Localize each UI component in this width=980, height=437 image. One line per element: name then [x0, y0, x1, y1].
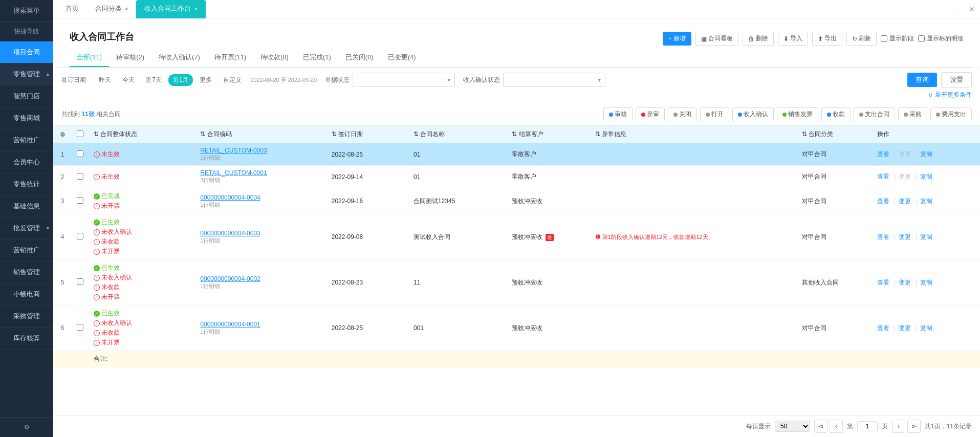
view-link-4[interactable]: 查看	[877, 233, 889, 241]
sidebar-item-marketing[interactable]: 营销推广	[0, 129, 53, 151]
row-check-5[interactable]	[72, 260, 89, 305]
show-detail-check[interactable]: 显示标的明细	[918, 34, 964, 43]
export-button[interactable]: ⬆ 导出	[812, 32, 842, 46]
date-btn-today[interactable]: 今天	[118, 74, 139, 86]
date-btn-custom[interactable]: 自定义	[219, 74, 246, 86]
tab-income-workbench[interactable]: 收入合同工作台 ×	[136, 0, 205, 18]
sidebar-item-member[interactable]: 会员中心	[0, 151, 53, 173]
contract-link-6[interactable]: 0000000000004-0001	[200, 321, 260, 328]
contract-link-3[interactable]: 0000000000004-0004	[200, 194, 260, 201]
contract-link-5[interactable]: 0000000000004-0002	[200, 275, 260, 282]
change-link-6[interactable]: 变更	[899, 324, 911, 332]
minimize-button[interactable]: —	[955, 5, 964, 13]
print-button[interactable]: 打开	[700, 107, 729, 121]
row-checkbox-1[interactable]	[77, 150, 83, 157]
row-check-1[interactable]	[72, 143, 89, 166]
show-stage-check[interactable]: 显示阶段	[881, 34, 914, 43]
change-link-4[interactable]: 变更	[899, 233, 911, 241]
copy-link-4[interactable]: 复制	[920, 233, 932, 241]
sidebar-item-retail-stats[interactable]: 零售统计	[0, 173, 53, 195]
sidebar-search[interactable]: 搜索菜单	[0, 0, 53, 22]
th-checkbox[interactable]	[72, 126, 89, 143]
subtab-pending-invoice[interactable]: 待开票(11)	[207, 49, 253, 67]
view-link-5[interactable]: 查看	[877, 279, 889, 286]
close-button[interactable]: 关闭	[668, 107, 697, 121]
row-check-3[interactable]	[72, 188, 89, 214]
sidebar-item-marketing2[interactable]: 营销推广	[0, 239, 53, 261]
view-link-1[interactable]: 查看	[877, 150, 889, 158]
change-link-3[interactable]: 变更	[899, 198, 911, 205]
tab-contract-category[interactable]: 合同分类 ×	[87, 0, 136, 18]
expand-more-btn[interactable]: ∨ 展开更多条件	[928, 91, 972, 99]
last-page-btn[interactable]: ⊳	[907, 420, 921, 433]
tab-close-contract-category[interactable]: ×	[125, 6, 128, 12]
change-link-5[interactable]: 变更	[899, 279, 911, 286]
close-window-button[interactable]: ✕	[968, 5, 976, 13]
delete-button[interactable]: 🗑 删除	[743, 32, 774, 46]
row-check-4[interactable]	[72, 214, 89, 260]
purchase-button[interactable]: 采购	[898, 107, 927, 121]
sidebar-item-inventory[interactable]: 库存核算	[0, 327, 53, 349]
sidebar-item-base-info[interactable]: 基础信息	[0, 195, 53, 217]
date-btn-more[interactable]: 更多	[195, 74, 216, 86]
sidebar-quick-nav[interactable]: 快捷导航	[0, 22, 53, 41]
show-detail-checkbox[interactable]	[918, 35, 925, 42]
query-button[interactable]: 查询	[907, 73, 937, 87]
kanban-button[interactable]: ▦ 合同看板	[695, 32, 738, 46]
sidebar-item-purchase[interactable]: 采购管理	[0, 305, 53, 327]
tab-close-income-workbench[interactable]: ×	[194, 6, 197, 12]
sidebar-item-xiaochang[interactable]: 小畅电商	[0, 283, 53, 305]
tab-home[interactable]: 首页	[57, 0, 87, 18]
contract-link-1[interactable]: RETAIL_CUSTOM-0003	[200, 147, 267, 154]
income-confirm-button[interactable]: 收入确认	[732, 107, 774, 121]
copy-link-5[interactable]: 复制	[920, 279, 932, 286]
date-btn-7days[interactable]: 近7天	[141, 74, 166, 86]
change-link-1[interactable]: 变更	[899, 150, 911, 158]
view-link-6[interactable]: 查看	[877, 324, 889, 332]
doc-status-select[interactable]: ▼	[353, 73, 455, 87]
show-stage-checkbox[interactable]	[881, 35, 887, 42]
contract-link-4[interactable]: 0000000000004-0003	[200, 230, 260, 237]
sidebar-settings[interactable]: ⚙	[0, 417, 53, 437]
audit-button[interactable]: 审核	[603, 107, 633, 121]
row-check-6[interactable]	[72, 305, 89, 351]
subtab-pending-audit[interactable]: 待审核(2)	[109, 49, 151, 67]
row-checkbox-5[interactable]	[77, 278, 83, 285]
row-check-2[interactable]	[72, 166, 89, 188]
subtab-closed[interactable]: 已关闭(0)	[338, 49, 381, 67]
prev-page-btn[interactable]: ‹	[830, 420, 843, 433]
subtab-pending-payment[interactable]: 待收款(8)	[253, 49, 296, 67]
date-btn-yesterday[interactable]: 昨天	[94, 74, 116, 86]
page-size-select[interactable]: 50 100 200	[775, 421, 810, 432]
sidebar-item-smart-store[interactable]: 智慧门店	[0, 85, 53, 107]
copy-link-3[interactable]: 复制	[920, 198, 932, 205]
next-page-btn[interactable]: ›	[892, 420, 905, 433]
sidebar-item-project[interactable]: 项目合同	[0, 41, 53, 63]
add-button[interactable]: + 新增	[663, 32, 691, 46]
outbound-button[interactable]: 支出合同	[854, 107, 895, 121]
sidebar-item-wholesale[interactable]: 批发管理	[0, 217, 53, 239]
collection-button[interactable]: 收款	[821, 107, 851, 121]
sidebar-item-sales-mgmt[interactable]: 销售管理	[0, 261, 53, 283]
th-settings[interactable]: ⚙	[53, 126, 72, 143]
copy-link-1[interactable]: 复制	[920, 150, 932, 158]
copy-link-2[interactable]: 复制	[920, 173, 932, 180]
setting-button[interactable]: 设置	[941, 72, 972, 88]
expense-button[interactable]: 费用支出	[930, 107, 972, 121]
copy-link-6[interactable]: 复制	[920, 324, 932, 332]
sidebar-item-retail-mgmt[interactable]: 零售管理	[0, 63, 53, 85]
row-checkbox-3[interactable]	[77, 197, 83, 204]
abandon-button[interactable]: 弃审	[636, 107, 665, 121]
subtab-changed[interactable]: 已变更(4)	[381, 49, 423, 67]
select-all-checkbox[interactable]	[77, 130, 83, 137]
subtab-all[interactable]: 全部(11)	[70, 49, 109, 67]
row-checkbox-4[interactable]	[77, 233, 83, 239]
refresh-button[interactable]: ↻ 刷新	[846, 32, 877, 46]
page-input[interactable]	[857, 421, 878, 431]
subtab-completed[interactable]: 已完成(1)	[296, 49, 338, 67]
first-page-btn[interactable]: ⊲	[814, 420, 827, 433]
subtab-pending-income-confirm[interactable]: 待收入确认(7)	[151, 49, 207, 67]
date-btn-1month[interactable]: 近1月	[168, 74, 193, 86]
row-checkbox-2[interactable]	[77, 173, 83, 180]
change-link-2[interactable]: 变更	[899, 173, 911, 180]
